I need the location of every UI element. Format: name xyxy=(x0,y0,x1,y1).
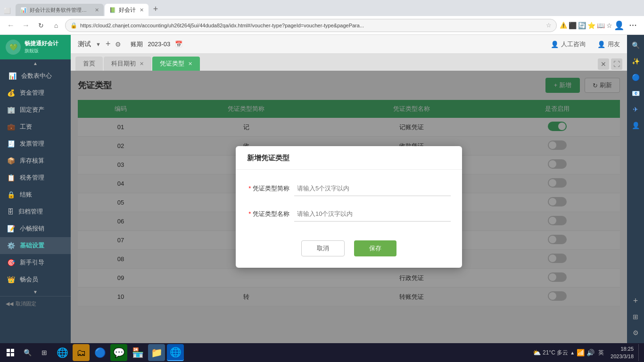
reading-mode[interactable]: 📖 xyxy=(597,22,605,29)
sidebar-item-guide[interactable]: 🎯 新手引导 xyxy=(0,254,71,271)
star-icon[interactable]: ☆ xyxy=(546,22,552,29)
logo-main: 畅捷通好会计 xyxy=(25,40,58,48)
taskbar-edge-app[interactable]: 🌐 xyxy=(54,344,71,361)
sidebar-item-settings[interactable]: ⚙️ 基础设置 xyxy=(0,237,71,254)
alert-icon[interactable]: ⚠️ xyxy=(560,22,567,29)
right-grid-icon[interactable]: ⊞ xyxy=(629,310,642,323)
taskbar-chrome-app[interactable]: 🔵 xyxy=(91,344,108,361)
fav-icon[interactable]: ☆ xyxy=(606,22,612,29)
forward-btn[interactable]: → xyxy=(20,19,32,32)
right-add-icon[interactable]: + xyxy=(629,294,642,307)
workspace-name: 测试 xyxy=(78,40,91,49)
taskbar-browser-app[interactable]: 🌐 xyxy=(167,344,184,361)
dialog: 新增凭证类型 * 凭证类型简称 xyxy=(236,146,462,268)
tab-subject[interactable]: 科目期初 ✕ xyxy=(104,57,151,71)
tab-2-close[interactable]: ✕ xyxy=(140,7,144,13)
taskbar-store-app[interactable]: 🏪 xyxy=(129,344,146,361)
extension-1[interactable]: ⬛ xyxy=(569,22,577,29)
right-user-icon[interactable]: 👤 xyxy=(629,119,642,132)
sidebar-item-fixed-assets[interactable]: 🏢 固定资产 xyxy=(0,101,71,118)
tab-1[interactable]: 📊 好会计云财务软件管理系统_会计 ✕ xyxy=(16,4,104,16)
right-email-icon[interactable]: 📧 xyxy=(629,87,642,100)
abbr-label: * 凭证类型简称 xyxy=(247,184,294,193)
right-blue-icon[interactable]: 🔵 xyxy=(629,71,642,84)
address-bar[interactable]: 🔒 https://cloud2.chanjet.com/accounting/… xyxy=(65,19,557,32)
guide-icon: 🎯 xyxy=(7,259,15,266)
taskbar-volume-icon[interactable]: 🔊 xyxy=(586,349,594,356)
tab-subject-close[interactable]: ✕ xyxy=(140,61,144,67)
save-btn[interactable]: 保存 xyxy=(354,240,396,256)
tab-voucher-close[interactable]: ✕ xyxy=(188,61,192,67)
dialog-header: 新增凭证类型 xyxy=(236,146,462,170)
taskbar-wechat-app[interactable]: 💬 xyxy=(110,344,127,361)
right-search-icon[interactable]: 🔍 xyxy=(629,39,642,52)
taskbar-weather-icon: ⛅ xyxy=(533,349,541,356)
workspace-dropdown-icon[interactable]: ▼ xyxy=(96,41,101,47)
sidebar-item-archive[interactable]: 🗄 归档管理 xyxy=(0,203,71,220)
show-desktop-btn[interactable] xyxy=(638,344,641,361)
workspace-add-icon[interactable]: + xyxy=(106,39,111,49)
cancel-btn[interactable]: 取消 xyxy=(301,240,345,256)
sidebar-item-closing[interactable]: 🔒 结账 xyxy=(0,186,71,203)
sidebar-item-member[interactable]: 👑 畅会员 xyxy=(0,271,71,288)
tab-2[interactable]: 📗 好会计 ✕ xyxy=(105,4,149,16)
right-send-icon[interactable]: ✈ xyxy=(629,103,642,116)
calendar-icon[interactable]: 📅 xyxy=(175,41,182,48)
nav-bar: ← → ↻ ⌂ 🔒 https://cloud2.chanjet.com/acc… xyxy=(0,16,644,35)
scroll-down[interactable]: ▼ xyxy=(0,288,71,296)
taskbar-multitask-btn[interactable]: ⊞ xyxy=(37,345,52,360)
dialog-overlay: 新增凭证类型 * 凭证类型简称 xyxy=(71,71,627,343)
taskbar-arrow-up[interactable]: ▲ xyxy=(570,350,575,355)
user-profile[interactable]: 👤 xyxy=(614,20,624,31)
sidebar-item-invoice[interactable]: 🧾 发票管理 xyxy=(0,135,71,152)
reload-btn[interactable]: ↻ xyxy=(35,19,47,32)
extension-3[interactable]: ⭐ xyxy=(587,22,595,29)
tax-icon: 📋 xyxy=(7,174,15,181)
tab-1-close[interactable]: ✕ xyxy=(95,7,99,13)
tab-1-favicon: 📊 xyxy=(20,7,27,13)
tab-voucher-type[interactable]: 凭证类型 ✕ xyxy=(152,57,200,71)
payroll-icon: 💼 xyxy=(7,123,15,131)
new-tab-btn[interactable]: + xyxy=(149,4,162,16)
name-input[interactable] xyxy=(294,206,451,222)
home-btn[interactable]: ⌂ xyxy=(50,19,62,32)
archive-icon: 🗄 xyxy=(7,208,14,215)
taskbar-weather: 21°C 多云 xyxy=(543,349,568,357)
tab-2-favicon: 📗 xyxy=(109,7,116,13)
sidebar-item-inventory[interactable]: 📦 库存核算 xyxy=(0,152,71,169)
tab-home[interactable]: 首页 xyxy=(75,57,103,71)
tab-expand-icon[interactable]: ⛶ xyxy=(611,58,622,70)
user-btn[interactable]: 👤 用友 xyxy=(597,40,620,49)
workspace-settings-icon[interactable]: ⚙ xyxy=(115,41,121,48)
member-icon: 👑 xyxy=(7,276,15,283)
sidebar: 💚 畅捷通好会计 旗舰版 ▲ 📊 会数表中心 💰 资金管理 🏢 固定资产 💼 工… xyxy=(0,35,71,343)
more-btn[interactable]: ··· xyxy=(627,19,639,32)
sidebar-logo: 💚 畅捷通好会计 旗舰版 xyxy=(0,35,71,59)
taskbar-search-btn[interactable]: 🔍 xyxy=(20,345,35,360)
taskbar-mail-app[interactable]: 📁 xyxy=(148,344,165,361)
taskbar-wifi-icon: 📶 xyxy=(577,349,585,356)
help-btn[interactable]: 👤 人工咨询 xyxy=(551,40,586,49)
tab-2-title: 好会计 xyxy=(119,6,136,14)
sidebar-item-payroll[interactable]: 💼 工资 xyxy=(0,118,71,135)
sidebar-item-capital[interactable]: 💰 资金管理 xyxy=(0,84,71,101)
sidebar-item-expense[interactable]: 📝 小畅报销 xyxy=(0,220,71,237)
taskbar-system-tray: ⛅ 21°C 多云 ▲ 📶 🔊 英 xyxy=(533,349,606,357)
name-label: * 凭证类型名称 xyxy=(247,210,294,218)
unpin-icon: ◀◀ xyxy=(6,301,13,307)
help-icon: 👤 xyxy=(551,41,559,48)
taskbar-file-app[interactable]: 🗂 xyxy=(73,344,90,361)
cancel-fixed-btn[interactable]: ◀◀ 取消固定 xyxy=(0,296,71,311)
right-sparkle-icon[interactable]: ✨ xyxy=(629,55,642,68)
start-btn[interactable] xyxy=(3,345,18,360)
abbr-input[interactable] xyxy=(294,181,451,196)
extension-2[interactable]: 🔄 xyxy=(578,22,586,29)
tab-collapse-icon[interactable]: ✕ xyxy=(598,58,609,70)
back-btn[interactable]: ← xyxy=(5,19,17,32)
sidebar-item-dashboard[interactable]: 📊 会数表中心 xyxy=(0,67,71,84)
taskbar-clock[interactable]: 18:25 2023/3/18 xyxy=(608,345,636,361)
right-settings-icon[interactable]: ⚙ xyxy=(629,326,642,339)
logo-icon: 💚 xyxy=(6,40,21,55)
scroll-up[interactable]: ▲ xyxy=(0,59,71,67)
sidebar-item-tax[interactable]: 📋 税务管理 xyxy=(0,169,71,186)
